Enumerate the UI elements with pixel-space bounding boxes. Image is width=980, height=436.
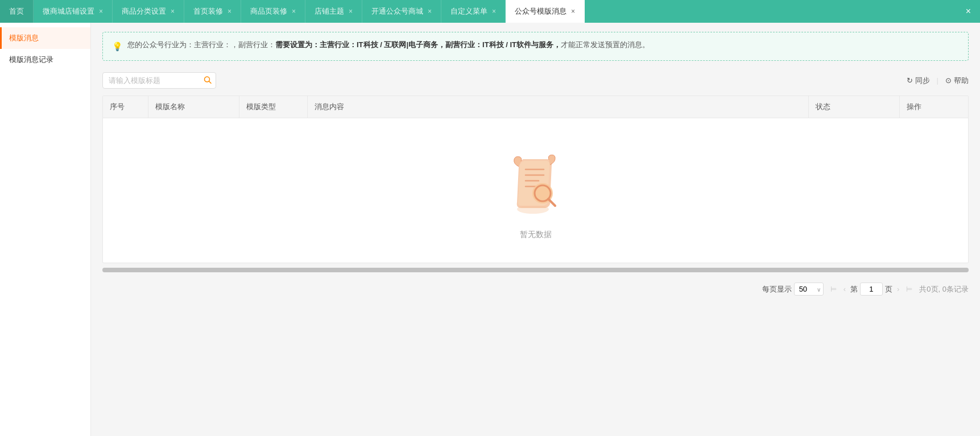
tab-close-category[interactable]: ×: [171, 7, 175, 15]
empty-icon: [502, 152, 570, 221]
page-size-select-wrap[interactable]: 50 20 100: [794, 283, 824, 296]
help-button[interactable]: ⊙ 帮助: [945, 76, 969, 86]
table-header: 序号 模版名称 模版类型 消息内容 状态 操作: [103, 96, 968, 118]
tab-template-msg[interactable]: 公众号模版消息×: [506, 0, 585, 23]
notice-box: 💡 您的公众号行业为：主营行业：，副营行业：需要设置为：主营行业：IT科技 / …: [102, 32, 969, 61]
main-layout: 模版消息模版消息记录 💡 您的公众号行业为：主营行业：，副营行业：需要设置为：主…: [0, 23, 980, 436]
next-page-button[interactable]: ›: [895, 284, 902, 294]
notice-icon: 💡: [112, 40, 123, 53]
tab-close-product-decor[interactable]: ×: [292, 7, 296, 15]
tab-close-template-msg[interactable]: ×: [571, 7, 575, 15]
page-size-label: 每页显示: [762, 284, 792, 294]
tab-home[interactable]: 首页: [0, 0, 34, 23]
pagination: 每页显示 50 20 100 ⊨ ‹ 第 1 页 › ⊨ 共0页, 0条记录: [102, 277, 969, 298]
divider: |: [937, 76, 938, 85]
tab-close-wshop[interactable]: ×: [99, 7, 103, 15]
sidebar-item-template-message-record[interactable]: 模版消息记录: [0, 49, 90, 70]
th-action: 操作: [900, 96, 968, 118]
tab-shop-theme[interactable]: 店铺主题×: [305, 0, 362, 23]
empty-text: 暂无数据: [520, 230, 552, 240]
th-type: 模版类型: [239, 96, 308, 118]
search-button[interactable]: [204, 76, 212, 85]
sync-icon: ↻: [907, 76, 913, 85]
search-input[interactable]: [102, 72, 216, 89]
sync-label: 同步: [915, 76, 930, 86]
tab-category[interactable]: 商品分类设置×: [113, 0, 184, 23]
horizontal-scrollbar[interactable]: [102, 268, 969, 272]
page-size-select: 每页显示 50 20 100: [762, 283, 824, 296]
tab-product-decor[interactable]: 商品页装修×: [241, 0, 305, 23]
first-page-button[interactable]: ⊨: [828, 284, 839, 294]
tab-close-custom-menu[interactable]: ×: [492, 7, 496, 15]
prev-page-button[interactable]: ‹: [841, 284, 848, 294]
toolbar-right: ↻ 同步 | ⊙ 帮助: [907, 76, 969, 86]
page-size-dropdown[interactable]: 50 20 100: [794, 283, 824, 296]
th-name: 模版名称: [148, 96, 239, 118]
scroll-thumb: [102, 268, 969, 272]
tab-close-shop-theme[interactable]: ×: [349, 7, 353, 15]
svg-line-1: [209, 81, 212, 84]
tab-custom-menu[interactable]: 自定义菜单×: [441, 0, 506, 23]
tab-wshop[interactable]: 微商城店铺设置×: [34, 0, 113, 23]
data-table: 序号 模版名称 模版类型 消息内容 状态 操作: [102, 95, 969, 263]
tab-bar: 首页微商城店铺设置×商品分类设置×首页装修×商品页装修×店铺主题×开通公众号商城…: [0, 0, 980, 23]
page-label: 第: [850, 284, 858, 294]
tab-open-mall[interactable]: 开通公众号商城×: [362, 0, 441, 23]
th-status: 状态: [809, 96, 900, 118]
th-index: 序号: [103, 96, 148, 118]
help-label: 帮助: [954, 76, 969, 86]
content-area: 💡 您的公众号行业为：主营行业：，副营行业：需要设置为：主营行业：IT科技 / …: [91, 23, 980, 436]
toolbar: ↻ 同步 | ⊙ 帮助: [102, 72, 969, 89]
page-suffix: 页: [885, 284, 892, 294]
help-icon: ⊙: [945, 76, 952, 85]
notice-text: 您的公众号行业为：主营行业：，副营行业：需要设置为：主营行业：IT科技 / 互联…: [127, 39, 650, 51]
page-total: 共0页, 0条记录: [919, 284, 969, 294]
tab-home-decor[interactable]: 首页装修×: [184, 0, 241, 23]
tab-close-home-decor[interactable]: ×: [228, 7, 231, 15]
global-close-button[interactable]: ×: [957, 6, 980, 16]
search-area: [102, 72, 216, 89]
empty-state: 暂无数据: [103, 118, 968, 263]
sidebar: 模版消息模版消息记录: [0, 23, 91, 436]
page-input[interactable]: 1: [860, 283, 883, 296]
tab-close-open-mall[interactable]: ×: [428, 7, 432, 15]
th-content: 消息内容: [308, 96, 809, 118]
last-page-button[interactable]: ⊨: [904, 284, 915, 294]
sync-button[interactable]: ↻ 同步: [907, 76, 930, 86]
search-input-wrap: [102, 72, 216, 89]
page-nav: ⊨ ‹ 第 1 页 › ⊨: [828, 283, 915, 296]
sidebar-item-template-message[interactable]: 模版消息: [0, 27, 90, 49]
